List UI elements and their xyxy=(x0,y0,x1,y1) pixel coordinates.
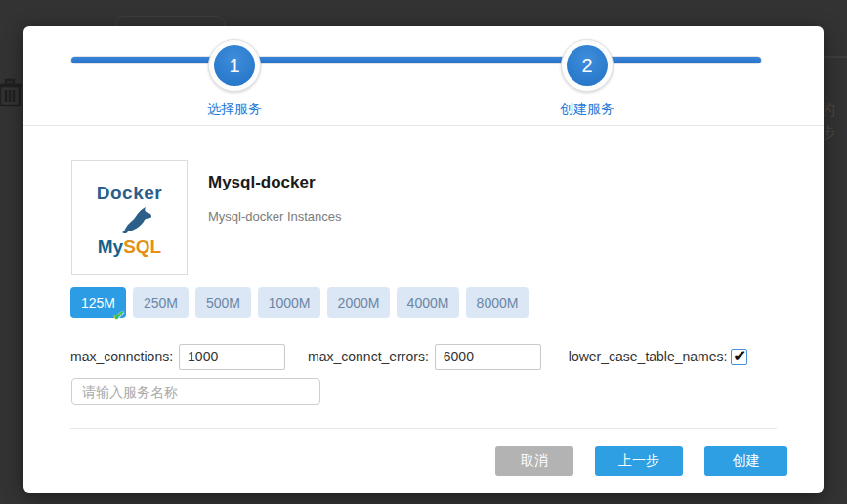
background-clipped-text: 的 步 xyxy=(825,99,847,146)
create-button[interactable]: 创建 xyxy=(704,446,787,476)
step-1-label: 选择服务 xyxy=(166,101,303,118)
memory-option-500m[interactable]: 500M xyxy=(195,287,251,318)
service-title: Mysql-docker xyxy=(208,173,316,192)
footer-divider xyxy=(70,428,777,429)
selected-check-icon: ✔ xyxy=(112,307,125,324)
memory-option-label: 500M xyxy=(206,295,240,311)
memory-option-label: 1000M xyxy=(269,295,311,311)
checkbox-check-icon: ✔ xyxy=(733,347,745,365)
lower-case-table-names-label: lower_case_table_names: xyxy=(569,349,728,364)
memory-option-1000m[interactable]: 1000M xyxy=(258,287,320,318)
memory-option-250m[interactable]: 250M xyxy=(133,287,189,318)
memory-option-label: 125M xyxy=(81,295,115,311)
mysql-dolphin-icon xyxy=(118,205,155,234)
background-divider-fragment xyxy=(824,56,847,58)
memory-option-8000m[interactable]: 8000M xyxy=(466,287,529,318)
max-connections-label: max_connctions: xyxy=(70,349,173,364)
progress-bar xyxy=(71,57,761,63)
background-clipped-text-line2: 步 xyxy=(825,121,847,144)
wizard-stepper: 1 2 选择服务 创建服务 xyxy=(23,26,824,126)
memory-option-label: 4000M xyxy=(407,295,449,311)
background-clipped-text-line1: 的 xyxy=(825,99,847,121)
service-logo: Docker MySQL xyxy=(71,160,188,275)
memory-option-125m[interactable]: 125M ✔ xyxy=(70,287,126,318)
footer-actions: 取消 上一步 创建 xyxy=(495,446,787,476)
memory-option-label: 8000M xyxy=(477,295,519,311)
lower-case-table-names-checkbox[interactable]: ✔ xyxy=(731,349,747,365)
mysql-logo-text: MySQL xyxy=(72,236,187,258)
max-connect-errors-input[interactable] xyxy=(435,344,541,370)
previous-step-button[interactable]: 上一步 xyxy=(595,446,683,476)
step-2-circle[interactable]: 2 xyxy=(561,39,614,92)
trash-icon xyxy=(0,77,24,108)
cancel-button[interactable]: 取消 xyxy=(495,446,573,476)
mysql-logo-my: My xyxy=(98,236,123,257)
progress-track xyxy=(70,56,762,64)
mysql-logo-sql: SQL xyxy=(123,236,161,257)
step-2-label: 创建服务 xyxy=(519,101,656,118)
step-2-number: 2 xyxy=(567,45,608,86)
memory-option-2000m[interactable]: 2000M xyxy=(327,287,390,318)
service-name-input[interactable] xyxy=(71,378,320,405)
step-1-number: 1 xyxy=(214,45,255,86)
memory-option-label: 250M xyxy=(144,295,178,311)
step-1-circle[interactable]: 1 xyxy=(208,39,261,92)
memory-option-4000m[interactable]: 4000M xyxy=(397,287,459,318)
service-subtitle: Mysql-docker Instances xyxy=(208,209,342,224)
parameters-row: max_connctions: max_connct_errors: lower… xyxy=(70,343,777,370)
max-connect-errors-label: max_connct_errors: xyxy=(308,349,429,364)
memory-option-label: 2000M xyxy=(338,295,380,311)
create-service-modal: 1 2 选择服务 创建服务 Docker MySQL Mysql-docker … xyxy=(23,26,824,493)
docker-logo-text: Docker xyxy=(72,183,187,204)
memory-options: 125M ✔ 250M 500M 1000M 2000M 4000M 8000M xyxy=(70,287,529,318)
max-connections-input[interactable] xyxy=(179,344,285,370)
